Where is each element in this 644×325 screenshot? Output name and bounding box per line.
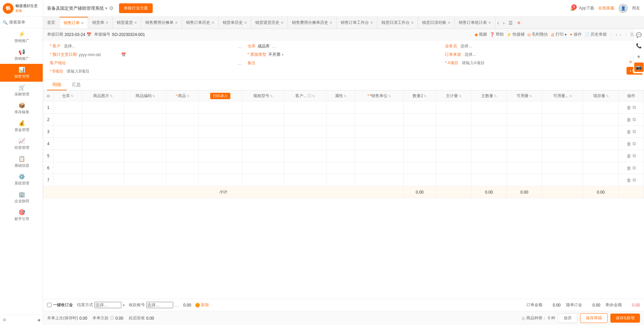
row-6-product[interactable] <box>166 162 198 174</box>
row-7-main-qty[interactable] <box>471 174 506 186</box>
row-7-spec[interactable] <box>242 174 284 186</box>
rp-chat-icon[interactable]: 💬 <box>634 30 644 40</box>
row-7-delete-btn[interactable]: 🗑 <box>627 177 631 183</box>
customer-address-input[interactable] <box>68 60 235 66</box>
settlement-input[interactable] <box>94 302 121 308</box>
action-operations[interactable]: ✦ 操作 <box>569 32 582 37</box>
order-source-input[interactable] <box>463 51 631 58</box>
row-7-main-unit[interactable] <box>436 174 471 186</box>
row-2-code[interactable] <box>124 114 166 126</box>
tab-daily-clear[interactable]: 钱货日清工作台 ✕ <box>377 17 418 29</box>
row-2-spec[interactable] <box>242 114 284 126</box>
th-available[interactable]: 可用量⇅ <box>507 91 542 101</box>
tab-home[interactable]: 首页 <box>43 17 60 29</box>
sidebar-item-base[interactable]: 📋 基础信息 <box>0 153 43 171</box>
one-click-collect-checkbox[interactable]: 一键收订金 <box>47 302 73 308</box>
customer-ellipsis[interactable]: … <box>237 44 242 49</box>
row-6-available2[interactable] <box>542 162 583 174</box>
tab-sales-stats[interactable]: 销售订单统计表 ✕ <box>455 17 495 29</box>
action-profit[interactable]: ◎ 毛利预估 <box>527 32 548 37</box>
row-6-customer-code[interactable] <box>284 162 326 174</box>
row-7-available[interactable] <box>507 174 542 186</box>
user-avatar[interactable]: 👤 <box>618 4 628 13</box>
row-7-available2[interactable] <box>542 174 583 186</box>
row-1-customer-code[interactable] <box>284 101 326 114</box>
tab-invoice-history[interactable]: 销货单历史 ✕ <box>219 17 251 29</box>
row-3-customer-code[interactable] <box>284 126 326 138</box>
tab-sales-history[interactable]: 销售订单历史 ✕ <box>182 17 219 29</box>
row-6-delete-btn[interactable]: 🗑 <box>627 165 631 171</box>
row-2-delete-btn[interactable]: 🗑 <box>627 117 631 122</box>
row-4-main-unit[interactable] <box>436 138 471 150</box>
tab-close-history[interactable]: ✕ <box>212 21 214 25</box>
tab-close-invoice[interactable]: ✕ <box>106 21 108 25</box>
row-4-copy-btn[interactable]: ⧉ <box>633 141 636 147</box>
row-2-stock[interactable] <box>583 114 618 126</box>
row-4-product[interactable] <box>166 138 198 150</box>
row-4-sales-unit[interactable] <box>355 138 403 150</box>
row-3-copy-btn[interactable]: ⧉ <box>633 129 636 134</box>
discard-button[interactable]: 放弃 <box>558 313 577 323</box>
row-1-available2[interactable] <box>542 101 583 114</box>
row-3-code[interactable] <box>124 126 166 138</box>
system-dropdown-icon[interactable]: ▾ <box>105 6 108 11</box>
row-1-code[interactable] <box>124 101 166 114</box>
rp-scan-icon[interactable]: 📷 <box>634 63 644 72</box>
tab-close-sales-order[interactable]: ✕ <box>81 21 84 25</box>
tab-summary[interactable]: 汇总 <box>67 80 86 90</box>
tab-fee-history[interactable]: 销售费用分摊单历史 ✕ <box>288 17 337 29</box>
row-4-delete-btn[interactable]: 🗑 <box>627 141 631 147</box>
row-5-available[interactable] <box>507 150 542 162</box>
save-new-button[interactable]: 保存&新增 <box>610 314 640 323</box>
th-available2[interactable]: 可用量...⇅ <box>542 91 583 101</box>
tab-close-fee-history[interactable]: ✕ <box>330 21 332 25</box>
row-2-available2[interactable] <box>542 114 583 126</box>
row-1-main-unit[interactable] <box>436 101 471 114</box>
row-5-copy-btn[interactable]: ⧉ <box>633 153 636 159</box>
row-7-sales-unit[interactable] <box>355 174 403 186</box>
th-customer-code[interactable]: 客户...ⓘ⇅ <box>284 91 326 101</box>
sidebar-item-marketing[interactable]: 📢 营销推广 <box>0 46 43 64</box>
sidebar-item-sales[interactable]: 📊 销售管理 <box>0 64 43 82</box>
tab-menu-btn[interactable]: ☰ <box>506 17 515 29</box>
settings-icon[interactable]: ⚙ <box>3 318 6 322</box>
row-7-copy-btn[interactable]: ⧉ <box>633 177 636 183</box>
row-7-code[interactable] <box>124 174 166 186</box>
row-1-sales-unit[interactable] <box>355 101 403 114</box>
row-6-attribute[interactable] <box>326 162 355 174</box>
row-6-stock[interactable] <box>583 162 618 174</box>
row-3-spec[interactable] <box>242 126 284 138</box>
th-spec[interactable]: 规格型号⇅ <box>242 91 284 101</box>
notification-bell[interactable]: 🔔 9 <box>570 6 575 11</box>
row-3-qty2[interactable] <box>404 126 436 138</box>
warehouse-ellipsis[interactable]: … <box>272 44 276 49</box>
salesperson-input[interactable] <box>459 43 631 49</box>
row-5-product[interactable] <box>166 150 198 162</box>
action-shortcut[interactable]: ⚡ 快捷键 <box>506 32 525 37</box>
rp-phone-icon[interactable]: 📞 <box>634 41 644 50</box>
row-5-qty2[interactable] <box>404 150 436 162</box>
solution-button[interactable]: 体验行业方案 <box>119 3 153 13</box>
row-1-image[interactable] <box>82 101 124 114</box>
row-6-main-qty[interactable] <box>471 162 506 174</box>
action-help[interactable]: ❓ 帮助 <box>490 32 504 37</box>
row-1-stock[interactable] <box>583 101 618 114</box>
row-6-code[interactable] <box>124 162 166 174</box>
date-picker-icon[interactable]: 📅 <box>121 52 126 57</box>
row-1-warehouse[interactable] <box>53 101 82 114</box>
row-5-attribute[interactable] <box>326 150 355 162</box>
row-3-available[interactable] <box>507 126 542 138</box>
row-5-delete-btn[interactable]: 🗑 <box>627 153 631 159</box>
row-2-image[interactable] <box>82 114 124 126</box>
row-2-qty2[interactable] <box>404 114 436 126</box>
row-5-image[interactable] <box>82 150 124 162</box>
row-3-stock[interactable] <box>583 126 618 138</box>
row-6-warehouse[interactable] <box>53 162 82 174</box>
app-download-link[interactable]: App下载 <box>579 5 594 11</box>
row-1-main-qty[interactable] <box>471 101 506 114</box>
row-5-sales-unit[interactable] <box>355 150 403 162</box>
row-7-customer-code[interactable] <box>284 174 326 186</box>
th-main-qty[interactable]: 主数量⇅ <box>471 91 506 101</box>
row-5-warehouse[interactable] <box>53 150 82 162</box>
row-2-sales-unit[interactable] <box>355 114 403 126</box>
